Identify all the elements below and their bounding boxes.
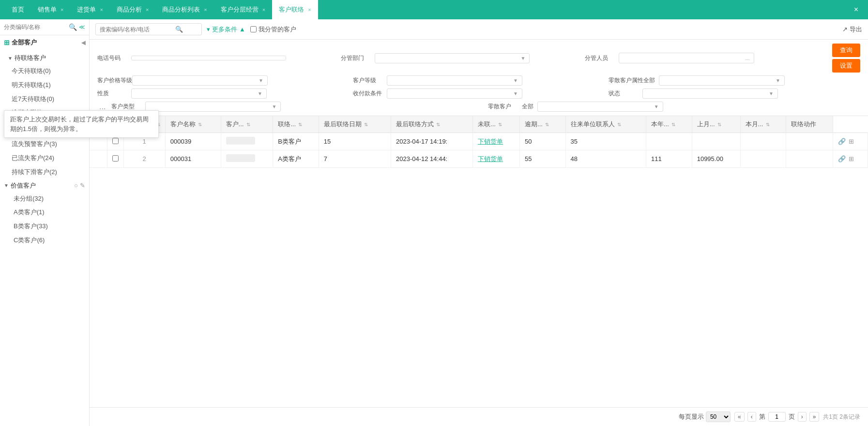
content-area: 🔍 ▾ 更多条件 ▲ 我分管的客户 ↗ 导出 电话号码 <box>90 19 868 426</box>
filter-customer-level-select[interactable]: ▼ <box>387 75 522 86</box>
th-contact-count[interactable]: 联络... ⇅ <box>273 116 319 133</box>
grid-action-icon-1[interactable]: ⊞ <box>849 138 854 145</box>
sidebar-group-pending-title[interactable]: ▼ 待联络客户 <box>0 52 89 64</box>
arrow-down-icon: ▼ <box>654 104 659 109</box>
page-nav: « ‹ 第 页 › » <box>734 412 819 422</box>
prev-page-button[interactable]: ‹ <box>747 412 756 422</box>
last-page-button[interactable]: » <box>809 412 820 422</box>
first-page-button[interactable]: « <box>734 412 745 422</box>
sidebar-item-7days[interactable]: 近7天待联络(0) <box>0 92 89 106</box>
sidebar-item-class-a[interactable]: A类客户(1) <box>0 206 89 220</box>
th-last-month[interactable]: 上月... ⇅ <box>692 116 740 133</box>
filter-phone-input[interactable] <box>131 56 286 60</box>
table-header-row: ⚙ 客户编码 ⇅ 客户名称 ⇅ 客户... ⇅ <box>90 116 868 133</box>
more-conditions-button[interactable]: ▾ 更多条件 ▲ <box>207 25 245 34</box>
th-contact-person[interactable]: 往来单位联系人 ⇅ <box>565 116 646 133</box>
td-code-1[interactable]: 000039 <box>165 133 221 150</box>
td-code-2[interactable]: 000031 <box>165 150 221 168</box>
more-conditions-dot[interactable]: ... <box>97 103 107 111</box>
nav-sales[interactable]: 销售单 × <box>31 0 70 19</box>
nav-close-customer-contact[interactable]: × <box>308 0 311 19</box>
th-customer-level[interactable]: 客户... ⇅ <box>221 116 273 133</box>
filter-retail-attr-select[interactable]: ▼ <box>659 75 785 86</box>
nav-home[interactable]: 首页 <box>5 0 31 19</box>
nav-customer-contact[interactable]: 客户联络 × <box>272 0 318 19</box>
td-name-1[interactable] <box>221 133 273 150</box>
grid-action-icon-2[interactable]: ⊞ <box>849 155 854 162</box>
circle-icon[interactable]: ○ <box>74 182 78 189</box>
sidebar-search-input[interactable] <box>4 24 67 30</box>
sidebar-value-customer-group[interactable]: ▼ 价值客户 ○ ✎ <box>0 179 89 192</box>
td-level-1: B类客户 <box>273 133 319 150</box>
sidebar-item-lost[interactable]: 已流失客户(24) <box>0 151 89 165</box>
link-icon-1[interactable]: 🔗 <box>838 138 846 145</box>
nav-product-analysis-list[interactable]: 商品分析列表 × <box>155 0 213 19</box>
main-search-icon[interactable]: 🔍 <box>175 26 183 33</box>
filter-retail-customers-select[interactable]: ▼ <box>537 102 663 112</box>
th-last-contact-date[interactable]: 最后联络日期 ⇅ <box>319 116 391 133</box>
arrow-down-icon: ▼ <box>769 91 774 96</box>
my-customers-checkbox[interactable]: 我分管的客户 <box>250 25 296 34</box>
sidebar-item-class-c[interactable]: C类客户(6) <box>0 234 89 248</box>
filter-status-select[interactable]: ▼ <box>642 88 778 99</box>
th-overdue[interactable]: 逾期... ⇅ <box>520 116 566 133</box>
main-layout: 🔍 ≪ ⊞ 全部客户 ◀ ▼ 待联络客户 今天待联络(0) 明天待联络(1) 近… <box>0 19 868 426</box>
nav-product-analysis[interactable]: 商品分析 × <box>110 0 155 19</box>
arrow-down-icon: ▼ <box>513 78 518 83</box>
th-this-month[interactable]: 本月... ⇅ <box>740 116 786 133</box>
td-overdue-1: 35 <box>565 133 646 150</box>
arrow-down-icon: ▼ <box>259 78 263 83</box>
sidebar-item-class-b[interactable]: B类客户(33) <box>0 220 89 234</box>
sidebar-item-tomorrow[interactable]: 明天待联络(1) <box>0 78 89 92</box>
export-button[interactable]: ↗ 导出 <box>842 25 862 34</box>
td-action-2: 🔗 ⊞ <box>833 150 868 168</box>
query-button[interactable]: 查询 <box>832 44 860 57</box>
sidebar-item-declining[interactable]: 持续下滑客户(2) <box>0 165 89 179</box>
nav-close-customer-layered[interactable]: × <box>262 0 265 19</box>
th-unlocked[interactable]: 未联... ⇅ <box>473 116 520 133</box>
td-last-contact-method-1[interactable]: 下销货单 <box>473 133 520 150</box>
window-close-button[interactable]: × <box>849 5 863 14</box>
filter-icon: ▾ <box>207 26 210 33</box>
sidebar-search-icon[interactable]: 🔍 <box>69 23 77 31</box>
filter-customer-type-select[interactable]: ▼ <box>145 102 281 112</box>
nav-close-product-analysis[interactable]: × <box>146 0 149 19</box>
sidebar-item-today[interactable]: 今天待联络(0) <box>0 64 89 78</box>
sidebar-collapse-button[interactable]: ≪ <box>79 24 85 30</box>
table-row: 1 000039 B类客户 15 <box>90 133 868 150</box>
row-checkbox-1[interactable] <box>112 138 119 144</box>
filter-price-level-select[interactable]: ▼ <box>132 75 268 86</box>
sidebar-item-lost-warning[interactable]: 流失预警客户(3) <box>0 137 89 151</box>
edit-icon[interactable]: ✎ <box>80 182 85 189</box>
th-name[interactable]: 客户名称 ⇅ <box>165 116 221 133</box>
th-last-contact-method[interactable]: 最后联络方式 ⇅ <box>391 116 472 133</box>
td-checkbox-2[interactable] <box>107 150 123 168</box>
page-number-input[interactable] <box>768 412 786 422</box>
td-last-contact-method-2[interactable]: 下销货单 <box>473 150 520 168</box>
filter-retail-customers: 零散客户 全部 ▼ <box>488 102 860 112</box>
nav-customer-layered[interactable]: 客户分层经营 × <box>214 0 272 19</box>
filter-payment-select[interactable]: ▼ <box>387 88 522 99</box>
nav-close-purchase[interactable]: × <box>100 0 103 19</box>
filter-manager-select[interactable]: ... <box>619 53 754 63</box>
td-last-contact-date-1: 2023-04-17 14:19: <box>391 133 472 150</box>
my-customers-checkbox-input[interactable] <box>250 26 257 32</box>
filter-dept-select[interactable]: ▼ <box>375 53 530 63</box>
main-search-input[interactable] <box>100 26 172 33</box>
settings-button[interactable]: 设置 <box>832 59 860 73</box>
td-name-2[interactable] <box>221 150 273 168</box>
th-this-year[interactable]: 本年... ⇅ <box>646 116 692 133</box>
nav-close-sales[interactable]: × <box>61 0 63 19</box>
nav-purchase[interactable]: 进货单 × <box>70 0 109 19</box>
edit-icons: ○ ✎ <box>74 182 85 189</box>
next-page-button[interactable]: › <box>798 412 807 422</box>
per-page-dropdown[interactable]: 50 20 100 <box>706 411 731 422</box>
link-icon-2[interactable]: 🔗 <box>838 155 846 162</box>
sidebar-all-customers[interactable]: ⊞ 全部客户 ◀ <box>0 35 89 50</box>
sidebar-item-unclassified[interactable]: 未分组(32) <box>0 192 89 206</box>
nav-close-product-analysis-list[interactable]: × <box>204 0 207 19</box>
arrow-down-icon: ▼ <box>258 91 262 96</box>
arrow-icon: ▼ <box>8 56 13 61</box>
row-checkbox-2[interactable] <box>112 155 119 162</box>
filter-gender-select[interactable]: ▼ <box>131 88 267 99</box>
